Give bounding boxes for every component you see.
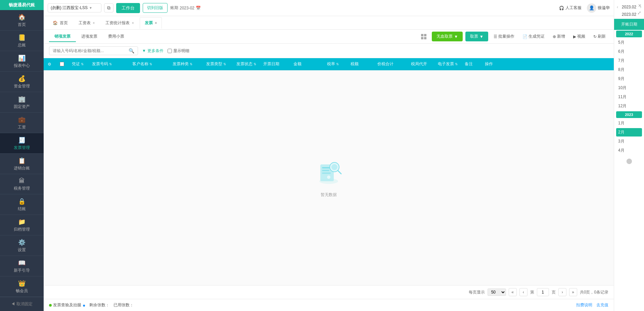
sidebar-item-ledger[interactable]: 📒 总账 bbox=[0, 31, 44, 51]
funds-icon: 💰 bbox=[18, 75, 26, 82]
user-menu[interactable]: 👤 徐溢华 bbox=[587, 3, 610, 13]
th-status[interactable]: 发票状态 ⇅ bbox=[235, 61, 262, 67]
tab-invoice-close[interactable]: × bbox=[155, 21, 157, 25]
panel-close-btn[interactable]: × bbox=[638, 3, 641, 9]
th-tax-id[interactable]: 税局代开 bbox=[410, 61, 436, 67]
th-note[interactable]: 备注 bbox=[463, 61, 484, 67]
page-input[interactable] bbox=[537, 288, 549, 296]
page-last-btn[interactable]: » bbox=[569, 288, 577, 296]
month-2022-9[interactable]: 9月 bbox=[614, 74, 644, 83]
month-2022-11[interactable]: 11月 bbox=[614, 92, 644, 102]
th-inv-num[interactable]: 发票号码 ⇅ bbox=[91, 61, 131, 67]
th-inv-type[interactable]: 发票种类 ⇅ bbox=[171, 61, 205, 67]
month-2023-3[interactable]: 3月 bbox=[614, 137, 644, 146]
more-conditions-btn[interactable]: ▼ 更多条件 bbox=[142, 48, 164, 54]
sidebar-item-tax[interactable]: 🏛 税务管理 bbox=[0, 174, 44, 194]
sidebar-item-reports[interactable]: 📊 报表中心 bbox=[0, 51, 44, 72]
page-next-btn[interactable]: › bbox=[558, 288, 566, 296]
sub-tab-purchase-invoice[interactable]: 进项发票 bbox=[76, 32, 103, 42]
new-btn[interactable]: ⊕ 新增 bbox=[550, 32, 568, 41]
workbench-button[interactable]: 工作台 bbox=[116, 3, 140, 13]
sub-tab-expense-receipt[interactable]: 费用小票 bbox=[103, 32, 130, 42]
open-period-btn[interactable]: 开账日期 bbox=[614, 19, 644, 30]
sidebar-item-settings[interactable]: ⚙️ 设置 bbox=[0, 235, 44, 256]
th-settings[interactable]: ⚙ bbox=[46, 62, 58, 67]
th-client[interactable]: 客户名称 ⇅ bbox=[131, 61, 171, 67]
page-first-btn[interactable]: « bbox=[509, 288, 517, 296]
info-dot-icon: ● bbox=[83, 303, 85, 308]
sidebar-item-funds[interactable]: 💰 资金管理 bbox=[0, 72, 44, 92]
closing-icon: 🔒 bbox=[18, 198, 26, 205]
tab-salary-report[interactable]: 工资统计报表 × bbox=[100, 17, 139, 29]
company-selector[interactable]: (勿删) 江西股宝-LSS ▼ bbox=[48, 3, 101, 12]
year-2022-label[interactable]: 2022 bbox=[616, 31, 642, 37]
tab-home[interactable]: 🏠 首页 bbox=[48, 17, 73, 29]
th-tax[interactable]: 税额 bbox=[349, 61, 376, 67]
search-input[interactable] bbox=[53, 48, 127, 53]
tab-salary-close[interactable]: × bbox=[93, 21, 95, 25]
grid-icon-button[interactable] bbox=[418, 33, 429, 41]
table-header: ⚙ 凭证 ⇅ 发票号码 ⇅ 客户名称 ⇅ 发票种类 ⇅ 发票类型 bbox=[44, 58, 614, 70]
sidebar-logo[interactable]: 畅捷通易代账 bbox=[0, 0, 44, 10]
sidebar-collapse[interactable]: ◀ 取消固定 bbox=[0, 297, 44, 311]
sort-einv-icon: ⇅ bbox=[455, 62, 458, 66]
month-2022-12[interactable]: 12月 bbox=[614, 102, 644, 111]
month-2023-2[interactable]: 2月 bbox=[616, 128, 642, 137]
th-e-inv[interactable]: 电子发票 ⇅ bbox=[436, 61, 463, 67]
archive-icon: 📁 bbox=[18, 218, 26, 226]
page-prev-btn[interactable]: ‹ bbox=[519, 288, 527, 296]
sub-tab-sales-invoice[interactable]: 销项发票 bbox=[49, 32, 76, 42]
grid-icon bbox=[421, 34, 426, 39]
date-prev-icon[interactable]: ‹ bbox=[617, 5, 618, 9]
batch-ops-btn[interactable]: ☰ 批量操作 bbox=[491, 32, 517, 41]
no-voucher-btn[interactable]: 无血取票 ▼ bbox=[432, 32, 463, 41]
sub-tabs: 销项发票 进项发票 费用小票 bbox=[49, 32, 130, 42]
period-value: 2023-02 bbox=[180, 6, 194, 10]
sidebar-item-salary[interactable]: 💼 工资 bbox=[0, 113, 44, 133]
th-date[interactable]: 开票日期 bbox=[262, 61, 292, 67]
tab-salary-report-close[interactable]: × bbox=[132, 21, 134, 25]
th-cert[interactable]: 凭证 ⇅ bbox=[71, 61, 91, 67]
sidebar-item-guide[interactable]: 📖 新手引导 bbox=[0, 256, 44, 276]
th-inv-category[interactable]: 发票类型 ⇅ bbox=[205, 61, 235, 67]
video-btn[interactable]: ▶ 视频 bbox=[570, 32, 588, 41]
sidebar-item-member[interactable]: 👑 畅会员 bbox=[0, 276, 44, 297]
month-2022-6[interactable]: 6月 bbox=[614, 47, 644, 56]
show-detail-checkbox[interactable] bbox=[168, 49, 172, 53]
sidebar-item-invoice[interactable]: 🧾 发票管理 bbox=[0, 133, 44, 154]
month-2022-5[interactable]: 5月 bbox=[614, 38, 644, 47]
tab-salary[interactable]: 工资表 × bbox=[74, 17, 100, 29]
select-all-checkbox[interactable] bbox=[60, 62, 64, 66]
date-panel: ‹ 2023.02 › 2023.02 开账日期 2022 5月 6月 7月 8… bbox=[614, 0, 644, 169]
panel-expand-btn[interactable]: ⤢ bbox=[637, 10, 641, 15]
sidebar-item-home[interactable]: 🏠 首页 bbox=[0, 10, 44, 31]
show-detail-label[interactable]: 显示明细 bbox=[168, 48, 189, 54]
th-checkbox[interactable] bbox=[58, 62, 71, 66]
month-2022-10[interactable]: 10月 bbox=[614, 83, 644, 92]
month-2023-4[interactable]: 4月 bbox=[614, 146, 644, 155]
generate-cert-btn[interactable]: 📄 生成凭证 bbox=[520, 32, 547, 41]
copy-button[interactable]: ⧉ bbox=[104, 3, 113, 12]
deduction-link[interactable]: 扣费说明 bbox=[576, 302, 592, 308]
sidebar-item-closing[interactable]: 🔒 结账 bbox=[0, 194, 44, 215]
tab-invoice[interactable]: 发票 × bbox=[140, 17, 162, 29]
content-area: 销项发票 进项发票 费用小票 bbox=[44, 30, 614, 311]
svg-point-8 bbox=[327, 176, 330, 179]
month-2022-8[interactable]: 8月 bbox=[614, 65, 644, 74]
th-total[interactable]: 价税合计 bbox=[376, 61, 410, 67]
voucher-btn[interactable]: 取票 ▼ bbox=[465, 32, 488, 41]
year-2023-label[interactable]: 2023 bbox=[616, 111, 642, 118]
service-link[interactable]: 🎧 人工客服 bbox=[559, 5, 582, 11]
recharge-link[interactable]: 去充值 bbox=[596, 302, 608, 308]
search-icon[interactable]: 🔍 bbox=[129, 48, 134, 53]
sidebar-item-assets[interactable]: 🏢 固定资产 bbox=[0, 92, 44, 113]
sidebar-item-sales[interactable]: 📋 进销台账 bbox=[0, 154, 44, 174]
refresh-btn[interactable]: ↻ 刷新 bbox=[591, 32, 608, 41]
switch-button[interactable]: 切到旧版 bbox=[143, 3, 168, 13]
page-size-select[interactable]: 50 100 200 bbox=[488, 288, 506, 296]
th-tax-rate[interactable]: 税率 ⇅ bbox=[326, 61, 349, 67]
month-2022-7[interactable]: 7月 bbox=[614, 56, 644, 65]
month-2023-1[interactable]: 1月 bbox=[614, 119, 644, 128]
th-amount[interactable]: 金额 bbox=[292, 61, 326, 67]
sidebar-item-archive[interactable]: 📁 归档管理 bbox=[0, 215, 44, 235]
